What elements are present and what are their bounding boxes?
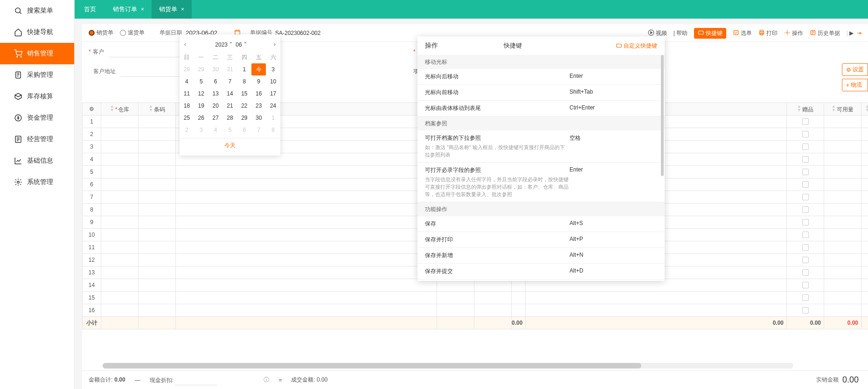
calendar-day[interactable]: 24 [266, 100, 280, 112]
calendar-day[interactable]: 19 [194, 100, 208, 112]
print-btn[interactable]: 打印 [758, 29, 778, 37]
calendar-day[interactable]: 28 [223, 112, 237, 124]
calendar-day[interactable]: 29 [237, 112, 251, 124]
calendar-day[interactable]: 14 [223, 88, 237, 100]
calendar-day[interactable]: 22 [237, 100, 251, 112]
calendar-day[interactable]: 今 [251, 63, 266, 75]
calendar-day[interactable]: 16 [251, 88, 266, 100]
gift-checkbox[interactable] [802, 156, 809, 163]
calendar-year-month[interactable]: 2023˅ 06˅ [213, 41, 246, 48]
sidebar-item-6[interactable]: 经营管理 [0, 129, 74, 150]
logistics-btn[interactable]: +物流 [842, 79, 868, 91]
gift-checkbox[interactable] [802, 232, 809, 238]
gift-checkbox[interactable] [802, 269, 809, 276]
gift-checkbox[interactable] [802, 169, 809, 175]
sidebar-item-8[interactable]: 系统管理 [0, 171, 74, 193]
custom-shortcut-btn[interactable]: 自定义快捷键 [616, 42, 657, 50]
calendar-day[interactable]: 1 [266, 112, 280, 124]
tab-2[interactable]: 销货单× [152, 0, 192, 19]
sidebar-item-5[interactable]: 资金管理 [0, 107, 74, 129]
calendar-day[interactable]: 5 [223, 124, 237, 136]
shortcut-scrollbar[interactable] [661, 55, 664, 280]
calendar-day[interactable]: 17 [266, 88, 280, 100]
calendar-day[interactable]: 4 [208, 124, 223, 136]
gift-checkbox[interactable] [802, 282, 809, 288]
toolbar-expand[interactable]: | ▶ ⇥ [847, 30, 861, 36]
info-icon[interactable]: ⓘ [264, 376, 269, 384]
calendar-day[interactable]: 23 [251, 100, 266, 112]
calendar-day[interactable]: 1 [237, 63, 251, 75]
table-row[interactable]: 16 [83, 304, 868, 317]
calendar-day[interactable]: 21 [223, 100, 237, 112]
gift-checkbox[interactable] [802, 143, 809, 150]
calendar-day[interactable]: 26 [194, 112, 208, 124]
col-header-2[interactable]: ▲▼条码 [139, 103, 176, 116]
calendar-day[interactable]: 5 [194, 75, 208, 88]
sidebar-item-1[interactable]: 快捷导航 [0, 21, 74, 43]
sidebar-item-0[interactable]: 搜索菜单 [0, 0, 74, 21]
gift-checkbox[interactable] [802, 206, 809, 213]
gift-checkbox[interactable] [802, 257, 809, 263]
calendar-day[interactable]: 10 [266, 75, 280, 88]
sidebar-item-7[interactable]: 基础信息 [0, 150, 74, 171]
gift-checkbox[interactable] [802, 131, 809, 137]
calendar-next[interactable]: › [274, 41, 276, 48]
calendar-day[interactable]: 15 [237, 88, 251, 100]
radio-ship[interactable]: 销货单 [89, 29, 113, 37]
gift-checkbox[interactable] [802, 194, 809, 200]
calendar-day[interactable]: 3 [194, 124, 208, 136]
form-overflow-menu[interactable]: ··· [858, 68, 862, 75]
calendar-day[interactable]: 6 [237, 124, 251, 136]
calendar-day[interactable]: 8 [237, 75, 251, 88]
history-btn[interactable]: 历史单据 [810, 29, 840, 37]
select-btn[interactable]: 选单 [733, 29, 752, 37]
setting-btn[interactable]: ⚙设置 [842, 63, 868, 76]
calendar-today-btn[interactable]: 今天 [180, 138, 280, 152]
calendar-day[interactable]: 30 [251, 112, 266, 124]
gift-checkbox[interactable] [802, 219, 809, 225]
discount-input[interactable] [175, 375, 217, 385]
calendar-prev[interactable]: ‹ [184, 41, 186, 48]
calendar-day[interactable]: 31 [223, 63, 237, 75]
calendar-day[interactable]: 28 [180, 63, 194, 75]
gift-checkbox[interactable] [802, 307, 809, 314]
close-icon[interactable]: × [181, 6, 184, 13]
table-row[interactable]: 15 [83, 292, 868, 304]
close-icon[interactable]: × [141, 6, 144, 13]
gift-checkbox[interactable] [802, 244, 809, 251]
col-header-1[interactable]: ▲▼*仓库 [101, 103, 139, 116]
calendar-day[interactable]: 2 [180, 124, 194, 136]
calendar-day[interactable]: 9 [251, 75, 266, 88]
calendar-day[interactable]: 7 [223, 75, 237, 88]
calendar-day[interactable]: 6 [208, 75, 223, 88]
gift-checkbox[interactable] [802, 294, 809, 301]
gear-icon[interactable]: ⚙ [89, 106, 94, 112]
video-btn[interactable]: 视频 [648, 29, 667, 37]
col-header-9[interactable]: ▲▼可用量 [824, 103, 861, 116]
tab-1[interactable]: 销售订单× [105, 0, 152, 19]
shortcut-btn[interactable]: 快捷键 [694, 28, 726, 39]
gift-checkbox[interactable] [802, 181, 809, 188]
sidebar-item-2[interactable]: 销售管理 [0, 43, 74, 64]
radio-return[interactable]: 退货单 [120, 29, 145, 37]
calendar-day[interactable]: 12 [194, 88, 208, 100]
calendar-day[interactable]: 20 [208, 100, 223, 112]
calendar-day[interactable]: 27 [208, 112, 223, 124]
calendar-day[interactable]: 13 [208, 88, 223, 100]
calendar-day[interactable]: 18 [180, 100, 194, 112]
tab-0[interactable]: 首页 [75, 0, 105, 19]
col-header-8[interactable]: ▲▼赠品 [787, 103, 824, 116]
calendar-day[interactable]: 25 [180, 112, 194, 124]
calendar-day[interactable]: 7 [251, 124, 266, 136]
calendar-day[interactable]: 30 [208, 63, 223, 75]
col-header-0[interactable]: ⚙ [83, 103, 101, 116]
col-header-10[interactable]: ▲▼交 [861, 103, 868, 116]
sidebar-item-3[interactable]: 采购管理 [0, 64, 74, 86]
horizontal-scrollbar[interactable] [103, 363, 793, 369]
calendar-day[interactable]: 3 [266, 63, 280, 75]
action-btn[interactable]: 操作 [784, 29, 803, 37]
sidebar-item-4[interactable]: 库存核算 [0, 86, 74, 107]
calendar-day[interactable]: 11 [180, 88, 194, 100]
calendar-day[interactable]: 29 [194, 63, 208, 75]
gift-checkbox[interactable] [802, 118, 809, 125]
